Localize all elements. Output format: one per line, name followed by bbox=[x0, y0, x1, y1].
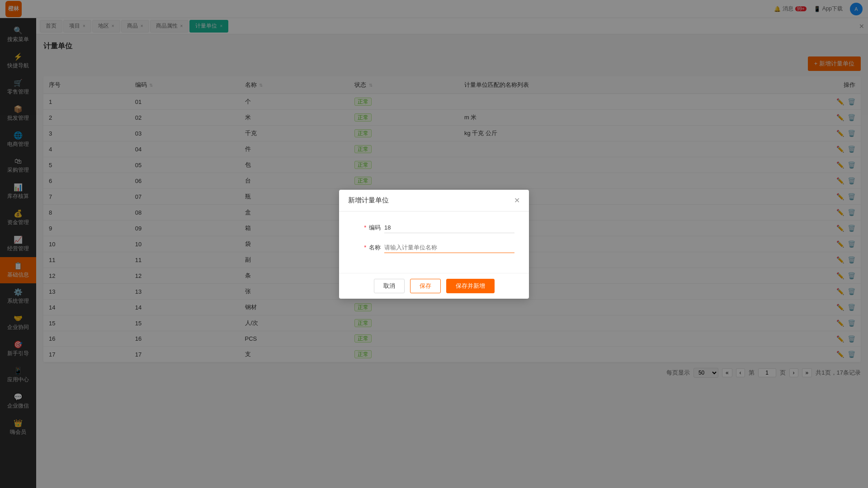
modal-footer: 取消 保存 保存并新增 bbox=[339, 273, 529, 299]
name-input[interactable] bbox=[384, 242, 514, 253]
save-and-new-button[interactable]: 保存并新增 bbox=[446, 279, 495, 293]
name-label: * 名称 bbox=[354, 244, 381, 252]
modal-body: * 编码 * 名称 bbox=[339, 211, 529, 273]
modal-header: 新增计量单位 ✕ bbox=[339, 190, 529, 211]
cancel-button[interactable]: 取消 bbox=[374, 279, 405, 293]
code-input[interactable] bbox=[384, 222, 514, 233]
save-button[interactable]: 保存 bbox=[410, 279, 441, 293]
code-label: * 编码 bbox=[354, 224, 381, 232]
modal-close-button[interactable]: ✕ bbox=[514, 196, 520, 205]
required-mark-code: * bbox=[364, 224, 366, 231]
code-form-row: * 编码 bbox=[354, 222, 514, 233]
modal-overlay: 新增计量单位 ✕ * 编码 * 名称 取消 保存 保存并新增 bbox=[0, 0, 868, 488]
add-unit-modal: 新增计量单位 ✕ * 编码 * 名称 取消 保存 保存并新增 bbox=[339, 190, 529, 299]
modal-title: 新增计量单位 bbox=[348, 196, 389, 205]
required-mark-name: * bbox=[364, 244, 366, 251]
name-form-row: * 名称 bbox=[354, 242, 514, 253]
